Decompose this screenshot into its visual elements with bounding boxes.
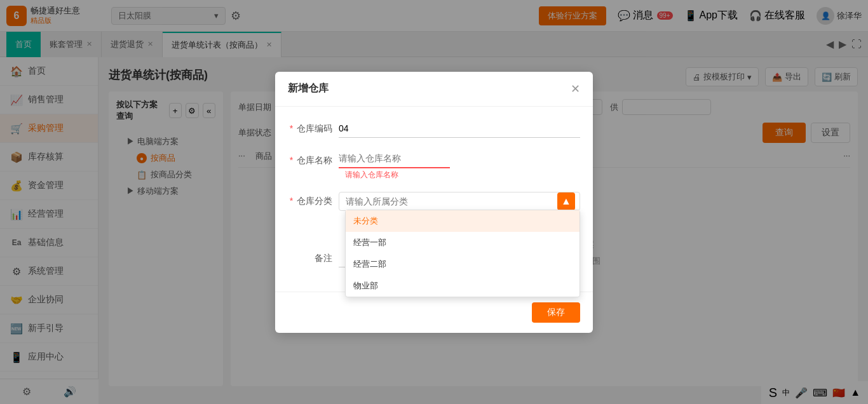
category-dropdown: 未分类 经营一部 经营二部 物业部	[345, 210, 580, 297]
name-field-row: * 仓库名称 请输入仓库名称	[288, 149, 580, 180]
note-label: 备注	[288, 249, 339, 264]
dropdown-item-dept1[interactable]: 经营一部	[346, 232, 580, 253]
dropdown-item-dept3[interactable]: 物业部	[346, 275, 580, 297]
modal-footer: 保存	[275, 292, 593, 333]
category-input[interactable]	[339, 192, 580, 211]
modal-body: * 仓库编码 * 仓库名称 请输入仓库名称	[275, 107, 593, 292]
dropdown-item-uncategorized[interactable]: 未分类	[346, 210, 580, 232]
required-mark-name: *	[290, 155, 293, 165]
category-toggle-button[interactable]: ▲	[557, 192, 575, 210]
required-mark-code: *	[290, 123, 293, 133]
modal-close-button[interactable]: ✕	[571, 82, 580, 96]
name-error-msg: 请输入仓库名称	[345, 170, 398, 179]
code-label: * 仓库编码	[288, 119, 339, 135]
required-mark-category: *	[290, 196, 293, 206]
name-input[interactable]	[339, 149, 450, 168]
category-input-wrap: ▲	[339, 192, 580, 211]
modal-header: 新增仓库 ✕	[275, 72, 593, 107]
dropdown-item-dept2[interactable]: 经营二部	[346, 253, 580, 275]
save-button[interactable]: 保存	[532, 302, 580, 323]
name-label: * 仓库名称	[288, 151, 339, 166]
code-input[interactable]	[339, 119, 580, 138]
code-field-row: * 仓库编码	[288, 119, 580, 138]
modal-title: 新增仓库	[288, 82, 329, 95]
add-warehouse-modal: 新增仓库 ✕ * 仓库编码 * 仓库名称	[275, 72, 593, 333]
name-error-container: 请输入仓库名称	[288, 168, 398, 180]
category-field-row: * 仓库分类 ▲ 未分类 经营一部 经营二部 物业部	[288, 192, 580, 211]
modal-overlay: 新增仓库 ✕ * 仓库编码 * 仓库名称	[0, 0, 868, 404]
category-label: * 仓库分类	[288, 192, 339, 207]
